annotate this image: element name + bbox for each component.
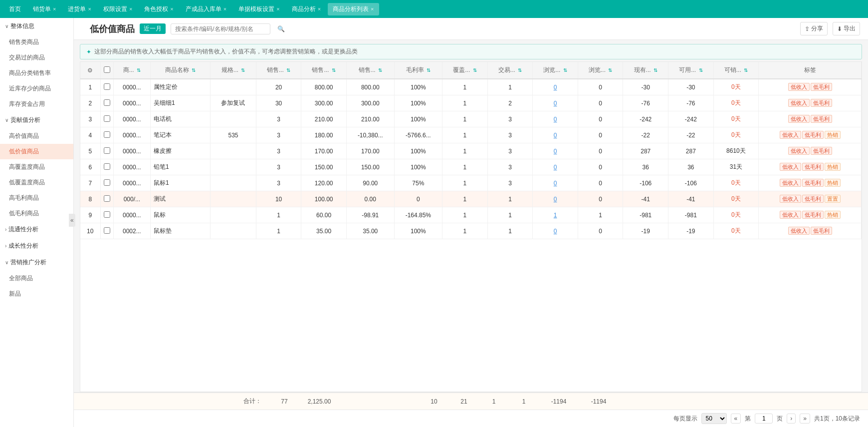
row-name[interactable]: 鼠标垫 (151, 223, 211, 239)
row-name[interactable]: 吴细细1 (151, 95, 211, 111)
nav-home[interactable]: 首页 (4, 3, 26, 15)
sidebar-item-sales-products[interactable]: 销售类商品 (0, 34, 73, 50)
row-name[interactable]: 电话机 (151, 111, 211, 127)
sidebar-item-new-products[interactable]: 新品 (0, 286, 73, 302)
row-view1[interactable]: 0 (533, 127, 578, 143)
view1-link[interactable]: 0 (554, 148, 557, 155)
view1-link[interactable]: 0 (554, 196, 557, 203)
sidebar-item-stock-capital[interactable]: 库存资金占用 (0, 96, 73, 112)
row-checkbox[interactable] (104, 163, 110, 170)
row-view1[interactable]: 0 (533, 223, 578, 239)
row-checkbox-cell[interactable] (100, 95, 113, 111)
sidebar-section-liquidity[interactable]: › 流通性分析 (0, 221, 73, 238)
export-button[interactable]: ⬇ 导出 (833, 22, 860, 35)
sidebar-item-all-products[interactable]: 全部商品 (0, 271, 73, 286)
col-coverage-header[interactable]: 覆盖... ⇅ (442, 62, 488, 79)
row-name[interactable]: 铅笔1 (151, 159, 211, 175)
row-view1[interactable]: 1 (533, 207, 578, 223)
row-view1[interactable]: 0 (533, 79, 578, 95)
col-view2-header[interactable]: 浏览... ⇅ (578, 62, 623, 79)
row-checkbox-cell[interactable] (100, 79, 113, 95)
sidebar-item-low-margin[interactable]: 低毛利商品 (0, 206, 73, 221)
row-view1[interactable]: 0 (533, 95, 578, 111)
share-button[interactable]: ⇪ 分享 (800, 22, 828, 35)
row-view1[interactable]: 0 (533, 143, 578, 159)
nav-close-icon[interactable]: × (53, 6, 56, 12)
col-gross-margin-header[interactable]: 毛利率 ⇅ (394, 62, 442, 79)
page-number-input[interactable] (755, 414, 773, 424)
sidebar-item-low-value[interactable]: 低价值商品 (0, 144, 73, 159)
row-name[interactable]: 鼠标 (151, 207, 211, 223)
col-code-header[interactable]: 商... ⇅ (113, 62, 151, 79)
last-page-button[interactable]: » (800, 414, 810, 424)
nav-role-auth[interactable]: 角色授权 × (139, 3, 178, 15)
data-table-container[interactable]: ⚙ 商... ⇅ 商品名称 ⇅ 规格... ⇅ 销售... ⇅ 销售... ⇅ … (80, 61, 862, 392)
row-checkbox-cell[interactable] (100, 207, 113, 223)
col-spec-header[interactable]: 规格... ⇅ (211, 62, 256, 79)
row-view1[interactable]: 0 (533, 159, 578, 175)
nav-close-icon[interactable]: × (223, 6, 226, 12)
nav-template-settings[interactable]: 单据模板设置 × (233, 3, 284, 15)
nav-close-icon[interactable]: × (276, 6, 279, 12)
sidebar-section-overall[interactable]: ∨ 整体信息 (0, 18, 73, 34)
time-filter-badge[interactable]: 近一月 (140, 23, 166, 34)
row-name[interactable]: 属性定价 (151, 79, 211, 95)
row-checkbox-cell[interactable] (100, 191, 113, 207)
nav-product-storage[interactable]: 产成品入库单 × (181, 3, 231, 15)
col-gear[interactable]: ⚙ (80, 62, 100, 79)
col-saleable-header[interactable]: 可销... ⇅ (713, 62, 759, 79)
col-sales-qty-header[interactable]: 销售... ⇅ (256, 62, 301, 79)
row-checkbox[interactable] (104, 147, 110, 154)
sidebar-collapse-button[interactable]: « (74, 214, 75, 227)
select-all-checkbox[interactable] (104, 66, 110, 73)
row-checkbox-cell[interactable] (100, 143, 113, 159)
row-checkbox[interactable] (104, 211, 110, 218)
sidebar-section-growth[interactable]: › 成长性分析 (0, 238, 73, 254)
view1-link[interactable]: 1 (554, 212, 557, 219)
row-view1[interactable]: 0 (533, 191, 578, 207)
sidebar-section-marketing[interactable]: ∨ 营销推广分析 (0, 254, 73, 271)
sidebar-item-high-value[interactable]: 高价值商品 (0, 128, 73, 144)
row-checkbox-cell[interactable] (100, 223, 113, 239)
view1-link[interactable]: 0 (554, 164, 557, 171)
row-name[interactable]: 鼠标1 (151, 175, 211, 191)
row-view1[interactable]: 0 (533, 175, 578, 191)
col-sales-amount-header[interactable]: 销售... ⇅ (301, 62, 347, 79)
nav-purchase-order[interactable]: 进货单 × (63, 3, 96, 15)
row-checkbox[interactable] (104, 131, 110, 138)
row-checkbox-cell[interactable] (100, 111, 113, 127)
sidebar-section-contribution[interactable]: ∨ 贡献值分析 (0, 112, 73, 128)
row-checkbox[interactable] (104, 115, 110, 122)
search-input[interactable] (171, 23, 270, 34)
row-name[interactable]: 笔记本 (151, 127, 211, 143)
row-checkbox[interactable] (104, 195, 110, 202)
sidebar-item-traded-products[interactable]: 交易过的商品 (0, 50, 73, 65)
col-checkbox[interactable] (100, 62, 113, 79)
nav-sales-order[interactable]: 销货单 × (28, 3, 61, 15)
nav-close-icon[interactable]: × (88, 6, 91, 12)
next-page-button[interactable]: › (787, 414, 796, 424)
col-sales-cost-header[interactable]: 销售... ⇅ (346, 62, 394, 79)
view1-link[interactable]: 0 (554, 100, 557, 107)
col-available-header[interactable]: 可用... ⇅ (668, 62, 714, 79)
row-checkbox[interactable] (104, 83, 110, 90)
col-current-stock-header[interactable]: 现有... ⇅ (623, 62, 668, 79)
nav-close-icon[interactable]: × (371, 6, 374, 12)
gear-icon[interactable]: ⚙ (87, 67, 93, 74)
col-view1-header[interactable]: 浏览... ⇅ (533, 62, 578, 79)
row-checkbox[interactable] (104, 179, 110, 186)
row-view1[interactable]: 0 (533, 111, 578, 127)
nav-permissions[interactable]: 权限设置 × (98, 3, 137, 15)
row-checkbox-cell[interactable] (100, 127, 113, 143)
row-name[interactable]: 测试 (151, 191, 211, 207)
sidebar-item-high-margin[interactable]: 高毛利商品 (0, 190, 73, 206)
col-trade-header[interactable]: 交易... ⇅ (487, 62, 533, 79)
view1-link[interactable]: 0 (554, 180, 557, 187)
view1-link[interactable]: 0 (554, 228, 557, 235)
first-page-button[interactable]: « (731, 414, 741, 424)
row-checkbox-cell[interactable] (100, 175, 113, 191)
search-icon[interactable]: 🔍 (277, 25, 285, 32)
nav-product-analysis[interactable]: 商品分析 × (287, 3, 326, 15)
page-size-select[interactable]: 50 100 200 (701, 413, 727, 424)
col-name-header[interactable]: 商品名称 ⇅ (151, 62, 211, 79)
